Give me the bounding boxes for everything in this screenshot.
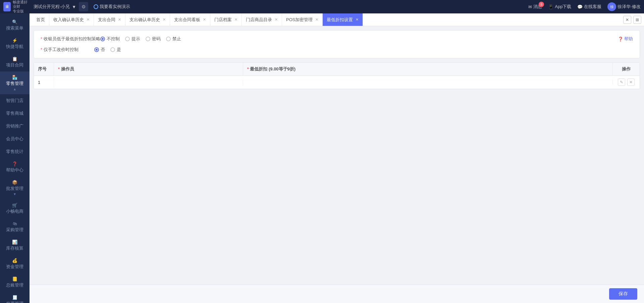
tab-payment-board[interactable]: 支出合同看板 ✕ — [170, 13, 210, 26]
contract-icon: 📋 — [12, 56, 17, 61]
tab-pos-password[interactable]: POS加密管理 ✕ — [282, 13, 323, 26]
sidebar-item-ecommerce[interactable]: 🛒 小畅电商 — [0, 199, 30, 218]
user-name: 徐泽华·修改 — [618, 4, 641, 10]
tab-pos-password-label: POS加密管理 — [286, 17, 313, 23]
tab-payment-confirm[interactable]: 支出确认单历史 ✕ — [125, 13, 170, 26]
sidebar-item-invoice-manage[interactable]: 🧾 发票管理 — [0, 292, 30, 303]
help-link[interactable]: ❓ 帮助 — [618, 36, 633, 42]
project-selector[interactable]: 测试分开完程-小兄 ▼ — [34, 4, 76, 10]
settings-button[interactable]: ⚙ — [79, 2, 88, 11]
retail-icon: 🏪 — [12, 75, 17, 80]
tab-store-file[interactable]: 门店档案 ✕ — [210, 13, 242, 26]
page-footer: 保存 — [30, 285, 644, 303]
sidebar-label-purchase-manage: 采购管理 — [6, 227, 23, 233]
logo-icon: 业 — [3, 2, 11, 11]
radio-password-label: 密码 — [152, 36, 161, 42]
sidebar-label-wholesale-manage: 批发管理 — [6, 186, 23, 192]
sidebar-label-ecommerce: 小畅电商 — [6, 208, 23, 214]
online-service-button[interactable]: 💬 在线客服 — [577, 4, 601, 10]
chevron-down-icon: ▼ — [13, 192, 16, 196]
tab-payment-board-label: 支出合同看板 — [174, 17, 200, 23]
gear-icon: ⚙ — [82, 4, 86, 9]
sidebar-item-smart-store[interactable]: 智营门店 — [0, 94, 30, 107]
close-tab-payment-contract[interactable]: ✕ — [118, 17, 121, 22]
tab-home[interactable]: 首页 — [32, 13, 49, 26]
app-download-button[interactable]: 📱 App下载 — [548, 4, 571, 10]
sidebar-item-ledger-manage[interactable]: 📒 总账管理 — [0, 273, 30, 292]
close-tab-pos-password[interactable]: ✕ — [315, 17, 318, 22]
radio-forbid[interactable]: 禁止 — [166, 36, 181, 42]
ledger-icon: 📒 — [12, 276, 17, 282]
action-icons: ✎ ✕ — [617, 79, 636, 86]
sidebar-item-search[interactable]: 🔍 搜索菜单 — [0, 16, 30, 35]
sidebar-label-invoice-manage: 发票管理 — [6, 301, 23, 303]
required-star: * — [41, 36, 44, 41]
tab-income-confirm[interactable]: 收入确认单历史 ✕ — [49, 13, 94, 26]
close-tab-min-discount[interactable]: ✕ — [356, 17, 359, 22]
project-name: 测试分开完程-小兄 — [34, 4, 70, 10]
ecommerce-icon: 🛒 — [12, 203, 17, 208]
radio-manual-no-label: 否 — [101, 47, 105, 53]
sidebar-item-marketing[interactable]: 营销推广 — [0, 120, 30, 133]
sidebar-label-ledger-manage: 总账管理 — [6, 282, 23, 288]
radio-manual-no-dot — [94, 47, 99, 52]
expand-tabs-button[interactable]: ⊞ — [633, 16, 641, 24]
sidebar-item-retail-stats[interactable]: 零售统计 — [0, 145, 30, 158]
required-star3: * — [58, 66, 61, 71]
tab-store-file-label: 门店档案 — [214, 17, 232, 23]
sidebar-item-help-center[interactable]: ❓ 帮助中心 — [0, 158, 30, 176]
tab-store-goods[interactable]: 门店商品目录 ✕ — [242, 13, 282, 26]
sidebar-item-inventory[interactable]: 📊 库存核算 — [0, 236, 30, 255]
tab-income-confirm-label: 收入确认单历史 — [53, 17, 84, 23]
close-tab-income-confirm[interactable]: ✕ — [87, 17, 90, 22]
table-row: 1 ✎ ✕ — [34, 76, 640, 89]
sidebar-item-fund-manage[interactable]: 💰 资金管理 — [0, 255, 30, 273]
demo-circle-icon — [94, 4, 98, 9]
app-logo: 业 畅捷通好业财 专业版 — [3, 0, 30, 13]
close-tab-store-file[interactable]: ✕ — [234, 17, 237, 22]
sidebar-item-purchase-manage[interactable]: 🛍 采购管理 — [0, 218, 30, 236]
sidebar-item-retail-mall[interactable]: 零售商城 — [0, 107, 30, 120]
sidebar-label-fund-manage: 资金管理 — [6, 264, 23, 270]
radio-manual-yes[interactable]: 是 — [110, 47, 121, 53]
sidebar-label-quick-nav: 快捷导航 — [6, 44, 23, 50]
content-area: 首页 收入确认单历史 ✕ 支出合同 ✕ 支出确认单历史 ✕ 支出合同看板 ✕ 门… — [30, 13, 644, 303]
sidebar-item-project-contract[interactable]: 📋 项目合同 — [0, 53, 30, 71]
tab-payment-contract-label: 支出合同 — [98, 17, 115, 23]
sidebar-item-wholesale-manage[interactable]: 📦 批发管理 ▼ — [0, 176, 30, 199]
logo-text: 畅捷通好业财 专业版 — [13, 0, 30, 13]
table-cell-discount — [243, 80, 613, 85]
messages-button[interactable]: ✉ 消息 8 — [528, 4, 542, 10]
tab-min-discount-setting[interactable]: 最低折扣设置 ✕ — [323, 13, 363, 26]
close-tab-store-goods[interactable]: ✕ — [275, 17, 278, 22]
sidebar-label-retail-mall: 零售商城 — [6, 110, 23, 116]
sidebar-item-member-center[interactable]: 会员中心 — [0, 133, 30, 145]
main-layout: 🔍 搜索菜单 ⚡ 快捷导航 📋 项目合同 🏪 零售管理 ▲ 智营门店 零售商城 … — [0, 13, 644, 303]
close-tab-payment-confirm[interactable]: ✕ — [163, 17, 166, 22]
tab-payment-contract[interactable]: 支出合同 ✕ — [94, 13, 125, 26]
sidebar-item-retail-manage[interactable]: 🏪 零售管理 ▲ — [0, 71, 30, 94]
close-tab-payment-board[interactable]: ✕ — [203, 17, 206, 22]
tab-payment-confirm-label: 支出确认单历史 — [129, 17, 160, 23]
close-all-tabs-button[interactable]: ✕ — [623, 16, 631, 24]
radio-no-control[interactable]: 不控制 — [100, 36, 120, 42]
topbar-right: ✉ 消息 8 📱 App下载 💬 在线客服 徐 徐泽华·修改 — [528, 2, 641, 11]
chevron-up-icon: ▲ — [13, 87, 16, 91]
radio-manual-no[interactable]: 否 — [94, 47, 105, 53]
manual-price-label: * 仅手工改价时控制 — [41, 47, 94, 53]
radio-hint[interactable]: 提示 — [125, 36, 140, 42]
sidebar-item-quick-nav[interactable]: ⚡ 快捷导航 — [0, 35, 30, 53]
user-profile-button[interactable]: 徐 徐泽华·修改 — [607, 2, 641, 11]
sidebar-label-help-center: 帮助中心 — [6, 167, 23, 173]
delete-row-button[interactable]: ✕ — [627, 79, 635, 86]
radio-manual-yes-dot — [110, 47, 115, 52]
manual-price-radio-group: 否 是 — [94, 47, 121, 53]
topbar: 业 畅捷通好业财 专业版 测试分开完程-小兄 ▼ ⚙ 我要看实例演示 ✉ 消息 … — [0, 0, 644, 13]
required-star2: * — [41, 47, 44, 52]
table-col-discount: * 最低折扣 (9.00等于9折) — [243, 63, 613, 75]
edit-row-button[interactable]: ✎ — [618, 79, 625, 86]
demo-link[interactable]: 我要看实例演示 — [94, 4, 130, 10]
radio-password[interactable]: 密码 — [146, 36, 161, 42]
save-button[interactable]: 保存 — [609, 288, 637, 300]
manual-price-row: * 仅手工改价时控制 否 是 — [41, 47, 633, 53]
